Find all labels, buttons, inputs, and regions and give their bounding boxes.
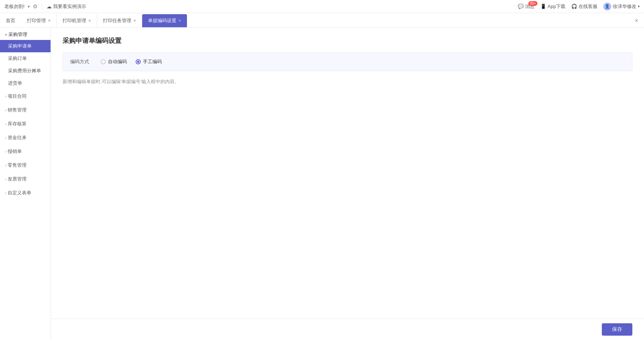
sidebar-chevron-custom: › bbox=[5, 191, 6, 195]
tab-home[interactable]: 首页 bbox=[0, 14, 21, 27]
sidebar-label-inventory-settlement: 库存核算 bbox=[8, 121, 27, 127]
tab-close-single-code-settings[interactable]: × bbox=[179, 18, 181, 23]
tab-printer-mgmt-label: 打印机管理 bbox=[63, 17, 86, 24]
manual-code-label: 手工编码 bbox=[143, 58, 162, 65]
sidebar-label-capital-flow: 资金往来 bbox=[8, 134, 27, 141]
sidebar-item-returns[interactable]: › 报销单 bbox=[0, 145, 51, 158]
sidebar-item-inventory-settlement[interactable]: › 库存核算 bbox=[0, 117, 51, 131]
top-bar-left: 老板勿割! ▾ ⚙ ☁ 我要看实例演示 bbox=[4, 3, 86, 10]
sidebar-item-invoice-mgmt[interactable]: › 发票管理 bbox=[0, 172, 51, 186]
tab-single-code-settings-label: 单据编码设置 bbox=[148, 17, 176, 24]
sidebar-collapse-arrow-purchase: ▾ bbox=[5, 33, 7, 37]
manual-code-radio[interactable] bbox=[136, 59, 141, 64]
sidebar-chevron-inventory: › bbox=[5, 122, 6, 126]
tab-single-code-settings[interactable]: 单据编码设置 × bbox=[142, 14, 187, 27]
encoding-label: 编码方式 bbox=[70, 58, 89, 65]
tab-close-print-task-mgmt[interactable]: × bbox=[133, 18, 136, 23]
sidebar-item-sales-mgmt[interactable]: › 销售管理 bbox=[0, 103, 51, 117]
message-icon: 💬 bbox=[518, 4, 524, 9]
auto-code-radio[interactable] bbox=[101, 59, 106, 64]
tab-bar: 首页 打印管理 × 打印机管理 × 打印任务管理 × 单据编码设置 × × bbox=[0, 13, 644, 28]
sidebar-label-custom-forms: 自定义表单 bbox=[8, 190, 31, 196]
sidebar-group-purchase: ▾ 采购管理 采购申请单 采购订单 采购费用分摊单 进货单 bbox=[0, 28, 51, 89]
demo-link[interactable]: ☁ 我要看实例演示 bbox=[47, 3, 86, 10]
tab-print-mgmt-label: 打印管理 bbox=[27, 17, 46, 24]
sidebar-chevron-sales: › bbox=[5, 108, 6, 112]
user-avatar: 👤 bbox=[603, 3, 611, 11]
sidebar-item-project-contract[interactable]: › 项目合同 bbox=[0, 89, 51, 103]
sidebar-label-project-contract: 项目合同 bbox=[8, 93, 27, 100]
sidebar-item-label-purchase-order: 采购订单 bbox=[8, 56, 27, 61]
user-menu[interactable]: 👤 徐泽华修改 ▾ bbox=[603, 3, 640, 11]
manual-code-option[interactable]: 手工编码 bbox=[136, 58, 162, 65]
main-layout: ▾ 采购管理 采购申请单 采购订单 采购费用分摊单 进货单 › 项目合同 › 销… bbox=[0, 28, 644, 340]
content-area: 采购申请单编码设置 编码方式 自动编码 手工编码 新增和编辑单据时,可以编辑'单… bbox=[51, 28, 644, 340]
hint-text: 新增和编辑单据时,可以编辑'单据编号'输入框中的内容。 bbox=[63, 78, 632, 85]
top-bar: 老板勿割! ▾ ⚙ ☁ 我要看实例演示 💬 消息 99+ 📱 App下载 🎧 在… bbox=[0, 0, 644, 13]
headset-icon: 🎧 bbox=[571, 4, 577, 9]
divider bbox=[42, 4, 42, 9]
sidebar-chevron-returns: › bbox=[5, 150, 6, 154]
sidebar-item-custom-forms[interactable]: › 自定义表单 bbox=[0, 186, 51, 200]
sidebar-chevron-retail: › bbox=[5, 163, 6, 167]
app-icon: 📱 bbox=[540, 4, 546, 9]
sidebar-item-retail-mgmt[interactable]: › 零售管理 bbox=[0, 158, 51, 172]
sidebar-chevron-project: › bbox=[5, 94, 6, 98]
tab-close-print-mgmt[interactable]: × bbox=[48, 18, 51, 23]
save-button[interactable]: 保存 bbox=[602, 323, 632, 336]
sidebar-label-retail-mgmt: 零售管理 bbox=[8, 162, 27, 169]
page-title: 采购申请单编码设置 bbox=[63, 36, 632, 45]
sidebar-item-goods-receipt[interactable]: 进货单 bbox=[0, 77, 51, 89]
sidebar-item-purchase-order[interactable]: 采购订单 bbox=[0, 52, 51, 65]
sidebar-item-purchase-request[interactable]: 采购申请单 bbox=[0, 40, 51, 52]
tab-print-mgmt[interactable]: 打印管理 × bbox=[21, 14, 57, 27]
content-inner: 采购申请单编码设置 编码方式 自动编码 手工编码 新增和编辑单据时,可以编辑'单… bbox=[51, 28, 644, 319]
sidebar-chevron-capital: › bbox=[5, 136, 6, 140]
sidebar-chevron-invoice: › bbox=[5, 177, 6, 181]
sidebar-item-purchase-expense[interactable]: 采购费用分摊单 bbox=[0, 65, 51, 77]
chevron-down-icon[interactable]: ▾ bbox=[28, 4, 30, 9]
auto-code-label: 自动编码 bbox=[108, 58, 127, 65]
tab-close-printer-mgmt[interactable]: × bbox=[88, 18, 91, 23]
sidebar-item-capital-flow[interactable]: › 资金往来 bbox=[0, 131, 51, 145]
message-badge: 99+ bbox=[528, 1, 537, 6]
content-footer: 保存 bbox=[51, 319, 644, 340]
settings-icon[interactable]: ⚙ bbox=[33, 3, 37, 10]
sidebar: ▾ 采购管理 采购申请单 采购订单 采购费用分摊单 进货单 › 项目合同 › 销… bbox=[0, 28, 51, 340]
user-name: 徐泽华修改 bbox=[613, 3, 636, 10]
top-bar-right: 💬 消息 99+ 📱 App下载 🎧 在线客服 👤 徐泽华修改 ▾ bbox=[518, 3, 640, 11]
sidebar-label-sales-mgmt: 销售管理 bbox=[8, 107, 27, 113]
sidebar-item-label-purchase-request: 采购申请单 bbox=[8, 43, 32, 49]
tab-home-label: 首页 bbox=[6, 17, 15, 24]
demo-text: 我要看实例演示 bbox=[53, 3, 86, 10]
auto-code-option[interactable]: 自动编码 bbox=[101, 58, 127, 65]
sidebar-item-label-purchase-expense: 采购费用分摊单 bbox=[8, 68, 41, 73]
sidebar-label-returns: 报销单 bbox=[8, 148, 22, 155]
app-download-button[interactable]: 📱 App下载 bbox=[540, 3, 565, 10]
message-button[interactable]: 💬 消息 99+ bbox=[518, 3, 535, 10]
sidebar-group-header-purchase[interactable]: ▾ 采购管理 bbox=[0, 28, 51, 40]
encoding-section: 编码方式 自动编码 手工编码 bbox=[63, 52, 632, 71]
close-all-button[interactable]: × bbox=[629, 14, 644, 27]
app-download-label: App下载 bbox=[548, 3, 565, 10]
sidebar-item-label-goods-receipt: 进货单 bbox=[8, 80, 22, 86]
cloud-icon: ☁ bbox=[47, 4, 52, 9]
brand-text[interactable]: 老板勿割! bbox=[4, 3, 25, 10]
user-chevron-icon: ▾ bbox=[638, 4, 640, 8]
tab-print-task-mgmt[interactable]: 打印任务管理 × bbox=[97, 14, 142, 27]
sidebar-group-label-purchase: 采购管理 bbox=[8, 31, 27, 38]
online-service-label: 在线客服 bbox=[579, 3, 597, 10]
online-service-button[interactable]: 🎧 在线客服 bbox=[571, 3, 597, 10]
tab-print-task-mgmt-label: 打印任务管理 bbox=[103, 17, 131, 24]
tab-printer-mgmt[interactable]: 打印机管理 × bbox=[57, 14, 97, 27]
sidebar-label-invoice-mgmt: 发票管理 bbox=[8, 176, 27, 182]
